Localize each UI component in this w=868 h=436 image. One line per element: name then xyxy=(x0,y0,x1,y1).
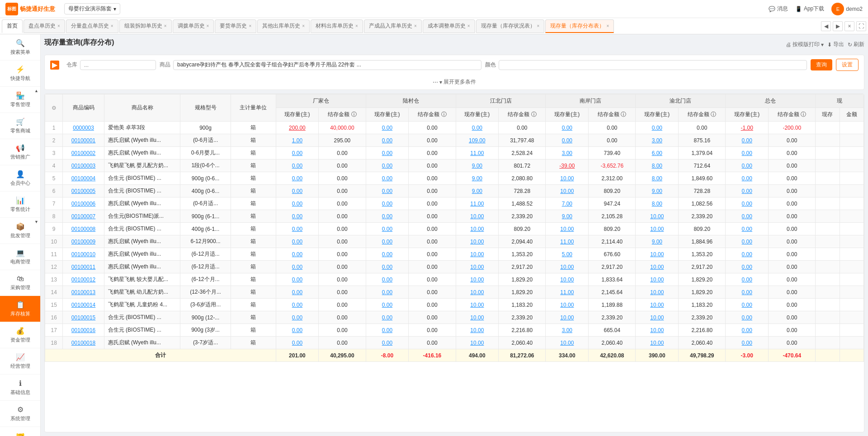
row-nanan-qty[interactable]: 0.00 xyxy=(546,122,589,134)
row-nanan-qty[interactable]: 10.00 xyxy=(546,172,589,185)
print-btn[interactable]: 🖨 按模版打印 ▾ xyxy=(786,41,824,48)
row-nanan-qty[interactable]: 10.00 xyxy=(546,337,589,349)
sidebar-item-retail[interactable]: 🏪 零售管理 ▲ xyxy=(0,87,40,113)
row-total-qty[interactable]: 0.00 xyxy=(726,147,769,159)
sidebar-item-operations[interactable]: 📈 经营管理 xyxy=(0,348,40,375)
row-yubei-qty[interactable]: 10.00 xyxy=(636,299,679,311)
tab-combo-split[interactable]: 组装拆卸单历史 × xyxy=(119,19,172,33)
row-nanan-qty[interactable]: 10.00 xyxy=(546,261,589,273)
row-nanan-qty[interactable]: 3.00 xyxy=(546,324,589,337)
row-lu-qty[interactable]: 0.00 xyxy=(366,324,409,337)
goods-input[interactable] xyxy=(173,60,481,70)
app-download-btn[interactable]: 📱 App下载 xyxy=(795,5,824,13)
sidebar-item-nav[interactable]: ⚡ 快捷导航 xyxy=(0,61,40,87)
row-factory-qty[interactable]: 0.00 xyxy=(276,223,319,235)
tab-stock-status-close[interactable]: × xyxy=(537,23,540,28)
tab-purchase-order[interactable]: 要货单历史 × xyxy=(215,19,256,33)
row-total-qty[interactable]: 0.00 xyxy=(726,134,769,147)
row-jiangbei-qty[interactable]: 10.00 xyxy=(456,248,499,261)
row-yubei-qty[interactable]: 10.00 xyxy=(636,311,679,324)
row-total-qty[interactable]: 0.00 xyxy=(726,337,769,349)
row-factory-qty[interactable]: 0.00 xyxy=(276,185,319,197)
row-jiangbei-qty[interactable]: 10.00 xyxy=(456,311,499,324)
tab-nav-expand[interactable]: ⛶ xyxy=(856,21,866,31)
row-factory-qty[interactable]: 1.00 xyxy=(276,134,319,147)
row-yubei-qty[interactable]: 10.00 xyxy=(636,223,679,235)
row-yubei-qty[interactable]: 10.00 xyxy=(636,324,679,337)
warehouse-input[interactable] xyxy=(80,60,156,70)
tab-branch-inventory-close[interactable]: × xyxy=(111,23,113,28)
row-code[interactable]: 00100015 xyxy=(63,311,104,324)
row-nanan-qty[interactable]: 5.00 xyxy=(546,248,589,261)
row-code[interactable]: 00100002 xyxy=(63,147,104,159)
settings-button[interactable]: 设置 xyxy=(836,59,859,71)
row-lu-qty[interactable]: 0.00 xyxy=(366,147,409,159)
row-total-qty[interactable]: 0.00 xyxy=(726,159,769,172)
tab-inventory-check-close[interactable]: × xyxy=(57,23,60,28)
row-code[interactable]: 00100006 xyxy=(63,197,104,210)
row-total-qty[interactable]: 0.00 xyxy=(726,311,769,324)
row-factory-qty[interactable]: 0.00 xyxy=(276,235,319,248)
sidebar-item-member[interactable]: 👤 会员中心 xyxy=(0,165,40,192)
row-factory-qty[interactable]: 0.00 xyxy=(276,248,319,261)
row-factory-qty[interactable]: 0.00 xyxy=(276,197,319,210)
row-total-qty[interactable]: 0.00 xyxy=(726,223,769,235)
row-factory-qty[interactable]: 0.00 xyxy=(276,147,319,159)
row-factory-qty[interactable]: 0.00 xyxy=(276,261,319,273)
row-yubei-qty[interactable]: 10.00 xyxy=(636,261,679,273)
sidebar-item-search[interactable]: 🔍 搜索英单 xyxy=(0,34,40,61)
row-yubei-qty[interactable]: 8.00 xyxy=(636,172,679,185)
row-yubei-qty[interactable]: 8.00 xyxy=(636,197,679,210)
row-nanan-qty[interactable]: 11.00 xyxy=(546,235,589,248)
tab-combo-split-close[interactable]: × xyxy=(164,23,167,28)
tab-cost-adjust-close[interactable]: × xyxy=(467,23,470,28)
row-nanan-qty[interactable]: 7.00 xyxy=(546,197,589,210)
refresh-btn[interactable]: ↻ 刷新 xyxy=(848,41,864,48)
row-jiangbei-qty[interactable]: 10.00 xyxy=(456,273,499,286)
row-lu-qty[interactable]: 0.00 xyxy=(366,122,409,134)
row-total-qty[interactable]: -1.00 xyxy=(726,122,769,134)
row-factory-qty[interactable]: 0.00 xyxy=(276,324,319,337)
row-code[interactable]: 00100012 xyxy=(63,273,104,286)
row-nanan-qty[interactable]: 9.00 xyxy=(546,210,589,223)
row-factory-qty[interactable]: 200.00 xyxy=(276,122,319,134)
row-jiangbei-qty[interactable]: 11.00 xyxy=(456,147,499,159)
row-nanan-qty[interactable]: 3.00 xyxy=(546,147,589,159)
message-btn[interactable]: 💬 消息 xyxy=(769,5,788,13)
sidebar-item-wholesale[interactable]: 📦 批发管理 ▼ xyxy=(0,218,40,244)
col-settings[interactable]: ⚙ xyxy=(45,94,63,122)
row-total-qty[interactable]: 0.00 xyxy=(726,172,769,185)
row-lu-qty[interactable]: 0.00 xyxy=(366,273,409,286)
row-code[interactable]: 00100004 xyxy=(63,172,104,185)
tab-stock-dist[interactable]: 现存量（库存分布表） × xyxy=(545,19,614,33)
row-total-qty[interactable]: 0.00 xyxy=(726,324,769,337)
row-nanan-qty[interactable]: 0.00 xyxy=(546,134,589,147)
row-lu-qty[interactable]: 0.00 xyxy=(366,185,409,197)
sidebar-item-system[interactable]: ⚙ 系统管理 xyxy=(0,401,40,427)
query-button[interactable]: 查询 xyxy=(811,59,832,70)
row-jiangbei-qty[interactable]: 109.00 xyxy=(456,134,499,147)
row-yubei-qty[interactable]: 10.00 xyxy=(636,273,679,286)
row-jiangbei-qty[interactable]: 10.00 xyxy=(456,324,499,337)
color-input[interactable] xyxy=(499,60,807,70)
row-yubei-qty[interactable]: 8.00 xyxy=(636,159,679,172)
user-area[interactable]: E demo2 xyxy=(831,3,863,15)
tab-transfer[interactable]: 调拨单历史 × xyxy=(173,19,214,33)
export-btn[interactable]: ⬇ 导出 xyxy=(827,41,844,48)
row-jiangbei-qty[interactable]: 11.00 xyxy=(456,197,499,210)
tab-nav-right[interactable]: ▶ xyxy=(833,21,843,31)
row-code[interactable]: 00100008 xyxy=(63,223,104,235)
row-factory-qty[interactable]: 0.00 xyxy=(276,337,319,349)
row-nanan-qty[interactable]: 10.00 xyxy=(546,311,589,324)
sidebar-item-purchase[interactable]: 🛍 采购管理 xyxy=(0,270,40,296)
row-total-qty[interactable]: 0.00 xyxy=(726,185,769,197)
row-yubei-qty[interactable]: 6.00 xyxy=(636,147,679,159)
row-yubei-qty[interactable]: 9.00 xyxy=(636,185,679,197)
row-yubei-qty[interactable]: 10.00 xyxy=(636,286,679,299)
row-lu-qty[interactable]: 0.00 xyxy=(366,261,409,273)
row-lu-qty[interactable]: 0.00 xyxy=(366,134,409,147)
row-code[interactable]: 00100013 xyxy=(63,286,104,299)
tab-stock-dist-close[interactable]: × xyxy=(606,23,609,28)
row-code[interactable]: 0000003 xyxy=(63,122,104,134)
tab-material-out[interactable]: 材料出库单历史 × xyxy=(311,19,363,33)
